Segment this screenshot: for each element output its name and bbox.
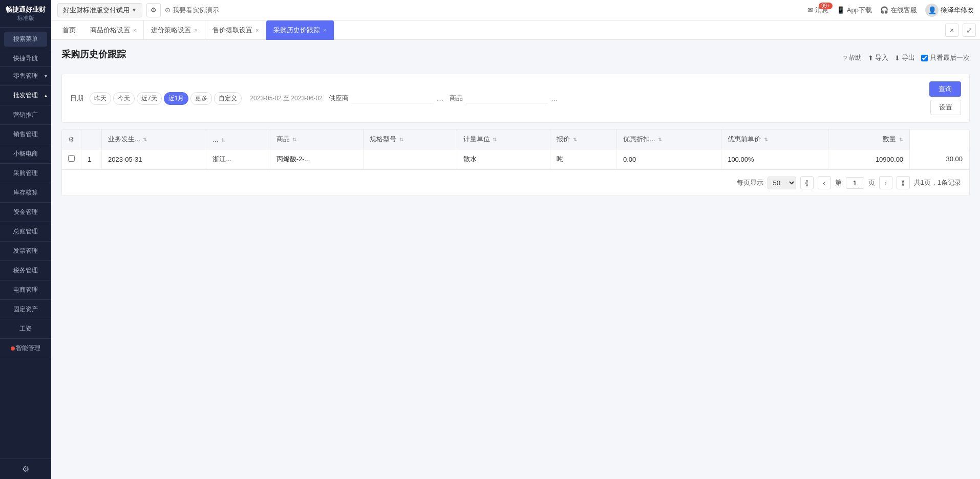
date-btn-last7[interactable]: 近7天 — [137, 92, 162, 105]
user-menu[interactable]: 👤 徐泽华修改 — [925, 4, 974, 17]
th-discount[interactable]: 优惠折扣... ⇅ — [616, 129, 721, 149]
sort-arrows-quantity: ⇅ — [899, 137, 903, 142]
main-area: 好业财标准版交付试用 ▼ ⚙ ⊙ 我要看实例演示 ✉ 消息 99+ 📱 App下… — [51, 0, 980, 479]
filter-settings-button[interactable]: 设置 — [930, 100, 961, 115]
product-filter-label: 商品 — [450, 94, 463, 103]
user-avatar: 👤 — [925, 4, 939, 17]
date-range-display: 2023-05-02 至 2023-06-02 — [250, 94, 322, 103]
th-product[interactable]: 商品 ⇅ — [270, 129, 364, 149]
only-last-checkbox[interactable] — [921, 55, 928, 61]
help-link[interactable]: ? 帮助 — [843, 53, 862, 62]
th-unit[interactable]: 计量单位 ⇅ — [457, 129, 550, 149]
per-page-select[interactable]: 50 10 20 100 — [768, 177, 796, 189]
tab-strategy[interactable]: 进价策略设置 × — [144, 20, 205, 40]
th-quote[interactable]: 报价 ⇅ — [550, 129, 616, 149]
tab-expand-btn[interactable]: ⤢ — [963, 24, 976, 37]
tab-close-btn[interactable]: × — [945, 24, 958, 37]
date-filter-buttons: 昨天 今天 近7天 近1月 更多 自定义 — [90, 92, 242, 105]
sidebar-item-marketing[interactable]: 营销推广 — [0, 105, 51, 125]
prev-page-button[interactable]: ‹ — [818, 176, 831, 189]
next-page-button[interactable]: › — [879, 176, 892, 189]
sidebar-item-invoice[interactable]: 发票管理 — [0, 242, 51, 261]
tabs-right-actions: × ⤢ — [945, 24, 976, 37]
date-filter-label: 日期 — [70, 94, 83, 103]
tab-home[interactable]: 首页 — [55, 20, 83, 40]
sidebar-item-inventory[interactable]: 库存核算 — [0, 183, 51, 203]
th-quantity[interactable]: 数量 ⇅ — [828, 129, 909, 149]
per-page-label: 每页显示 — [737, 178, 763, 187]
smart-dot — [11, 346, 15, 351]
date-btn-last1m[interactable]: 近1月 — [164, 92, 189, 105]
tab-strategy-close[interactable]: × — [194, 27, 197, 33]
tabs-bar: 首页 商品价格设置 × 进价策略设置 × 售价提取设置 × 采购历史价跟踪 × … — [51, 20, 980, 40]
th-more-cols[interactable]: ... ⇅ — [206, 129, 270, 149]
sidebar-item-smart[interactable]: 智能管理 — [0, 339, 51, 358]
sidebar-item-ecom[interactable]: 电商管理 — [0, 280, 51, 300]
export-link[interactable]: ⬇ 导出 — [894, 53, 915, 62]
sidebar-item-ledger[interactable]: 总账管理 — [0, 222, 51, 242]
page-title: 采购历史价跟踪 — [61, 48, 126, 60]
th-biz-date[interactable]: 业务发生... ⇅ — [102, 129, 206, 149]
tab-price[interactable]: 商品价格设置 × — [83, 20, 144, 40]
cell-checkbox[interactable] — [62, 149, 81, 169]
date-btn-yesterday[interactable]: 昨天 — [90, 92, 111, 105]
sidebar-search-area[interactable]: 搜索菜单 — [0, 28, 51, 51]
sidebar-item-finance[interactable]: 资金管理 — [0, 203, 51, 222]
sidebar-bottom: ⚙ — [0, 459, 51, 479]
data-table: ⚙ 业务发生... ⇅ ... ⇅ 商品 ⇅ — [62, 129, 969, 169]
th-spec[interactable]: 规格型号 ⇅ — [364, 129, 457, 149]
export-icon: ⬇ — [894, 54, 900, 62]
sidebar-item-purchase[interactable]: 采购管理 — [0, 164, 51, 183]
demo-link[interactable]: ⊙ 我要看实例演示 — [165, 6, 219, 15]
tab-extract[interactable]: 售价提取设置 × — [205, 20, 266, 40]
sidebar-item-tax[interactable]: 税务管理 — [0, 261, 51, 280]
help-icon: ? — [843, 54, 847, 62]
sidebar-settings-icon[interactable]: ⚙ — [22, 465, 29, 473]
sidebar-item-assets[interactable]: 固定资产 — [0, 300, 51, 319]
pagination: 每页显示 50 10 20 100 ⟪ ‹ 第 页 › ⟫ 共1页，1条记录 — [62, 169, 969, 195]
first-page-button[interactable]: ⟪ — [800, 176, 814, 189]
config-icon[interactable]: ⚙ — [146, 3, 161, 17]
filter-bar: 日期 昨天 今天 近7天 近1月 更多 自定义 2023-05-02 至 202… — [61, 74, 970, 123]
last-page-button[interactable]: ⟫ — [897, 176, 910, 189]
import-link[interactable]: ⬆ 导入 — [868, 53, 888, 62]
tab-history-close[interactable]: × — [323, 27, 326, 33]
only-last-checkbox-label[interactable]: 只看最后一次 — [921, 53, 970, 62]
sort-arrows-biz-date: ⇅ — [143, 137, 147, 142]
date-btn-more[interactable]: 更多 — [190, 92, 212, 105]
date-btn-custom[interactable]: 自定义 — [214, 92, 242, 105]
tab-extract-close[interactable]: × — [255, 27, 259, 33]
cell-product: 丙烯酸-2-... — [270, 149, 364, 169]
sidebar-item-quicknav[interactable]: 快捷导航 — [0, 51, 51, 67]
version-selector[interactable]: 好业财标准版交付试用 ▼ — [57, 3, 142, 17]
message-button[interactable]: ✉ 消息 99+ — [807, 6, 828, 15]
sort-arrows-more: ⇅ — [221, 137, 225, 143]
th-gear[interactable]: ⚙ — [62, 129, 81, 149]
topbar-right: ✉ 消息 99+ 📱 App下载 🎧 在线客服 👤 徐泽华修改 — [807, 4, 974, 17]
sidebar-item-sales[interactable]: 销售管理 — [0, 125, 51, 144]
sidebar-item-salary[interactable]: 工资 — [0, 319, 51, 339]
date-btn-today[interactable]: 今天 — [113, 92, 135, 105]
sort-arrows-pre-price: ⇅ — [764, 137, 768, 142]
page-number-input[interactable] — [846, 177, 864, 189]
sidebar-item-ecom-small[interactable]: 小畅电商 — [0, 144, 51, 164]
cell-price: 0.00 — [616, 149, 721, 169]
supplier-more-icon[interactable]: ... — [437, 94, 443, 103]
app-download-button[interactable]: 📱 App下载 — [837, 6, 872, 15]
sidebar-item-retail[interactable]: 零售管理 — [0, 67, 51, 86]
product-more-icon[interactable]: ... — [551, 94, 558, 103]
cell-discount: 100.00% — [721, 149, 828, 169]
th-pre-price[interactable]: 优惠前单价 ⇅ — [721, 129, 828, 149]
search-menu-button[interactable]: 搜索菜单 — [4, 32, 47, 47]
online-service-button[interactable]: 🎧 在线客服 — [880, 6, 917, 15]
filter-action-buttons: 查询 设置 — [929, 81, 961, 115]
supplier-input[interactable] — [352, 93, 434, 103]
query-button[interactable]: 查询 — [929, 81, 961, 97]
sidebar-item-wholesale[interactable]: 批发管理 — [0, 86, 51, 105]
tab-price-close[interactable]: × — [133, 27, 136, 33]
content-area: 采购历史价跟踪 ? 帮助 ⬆ 导入 ⬇ 导出 只看最后一次 — [51, 40, 980, 479]
cell-seq: 1 — [81, 149, 102, 169]
product-input[interactable] — [466, 93, 548, 103]
tab-history[interactable]: 采购历史价跟踪 × — [266, 20, 334, 40]
supplier-filter: 供应商 ... — [329, 93, 443, 103]
